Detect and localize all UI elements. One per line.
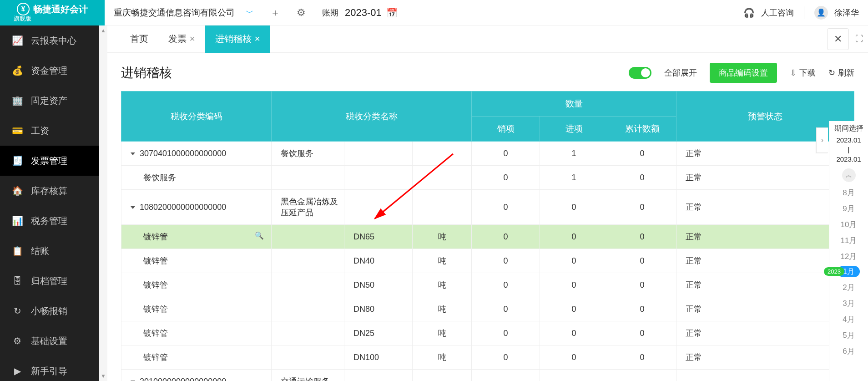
cell-sum: 0 <box>608 142 676 166</box>
period-from: 2023.01 <box>829 135 868 145</box>
th-code: 税收分类编码 <box>121 91 272 142</box>
sidebar-item-5[interactable]: 🏠库存核算 <box>0 176 99 206</box>
code-settings-button[interactable]: 商品编码设置 <box>710 63 777 83</box>
period-month[interactable]: 9月 <box>829 201 868 217</box>
username[interactable]: 徐泽华 <box>834 7 859 18</box>
table-row[interactable]: 镀锌管DN25吨000正常 <box>121 321 854 345</box>
fullscreen-icon[interactable]: ⛶ <box>853 34 866 44</box>
sidebar-item-label: 发票管理 <box>31 155 67 167</box>
sidebar-item-10[interactable]: ⚙基础设置 <box>0 326 99 356</box>
tab-close-icon[interactable]: ✕ <box>254 35 260 43</box>
period-month-label: 3月 <box>843 299 854 308</box>
tab-0[interactable]: 首页 <box>120 25 158 53</box>
cell-status: 正常 <box>676 273 854 297</box>
company-name[interactable]: 重庆畅捷交通信息咨询有限公司 <box>114 7 235 19</box>
cell-sum: 0 <box>608 190 676 225</box>
sidebar-item-7[interactable]: 📋结账 <box>0 236 99 266</box>
table-row[interactable]: 镀锌管DN40吨000正常 <box>121 249 854 273</box>
avatar-icon[interactable]: 👤 <box>814 6 828 20</box>
sidebar-item-1[interactable]: 💰资金管理 <box>0 56 99 86</box>
close-tab-button[interactable]: ✕ <box>827 28 849 50</box>
period-panel-collapse-icon[interactable]: › <box>816 127 828 153</box>
period-month[interactable]: 8月 <box>829 185 868 201</box>
support-link[interactable]: 人工咨询 <box>761 7 794 18</box>
period-month[interactable]: 6月 <box>829 343 868 359</box>
cell-sum: 0 <box>608 345 676 370</box>
scroll-down-icon[interactable]: ▼ <box>101 373 106 379</box>
cell-out: 0 <box>472 273 540 297</box>
cell-spec <box>344 190 413 225</box>
sidebar-item-0[interactable]: 📈云报表中心 <box>0 25 99 56</box>
cell-name: 黑色金属冶炼及压延产品 <box>272 190 344 225</box>
period-month[interactable]: 12月 <box>829 249 868 264</box>
cell-out <box>472 370 540 381</box>
cell-unit <box>413 142 472 166</box>
cell-spec <box>344 142 413 166</box>
settings-icon[interactable]: ⚙ <box>297 7 306 19</box>
add-icon[interactable]: ＋ <box>270 6 280 20</box>
period-month[interactable]: 4月 <box>829 311 868 327</box>
table-row[interactable]: 镀锌管DN50吨000正常 <box>121 273 854 297</box>
cell-sum: 0 <box>608 225 676 249</box>
sidebar-item-2[interactable]: 🏢固定资产 <box>0 86 99 116</box>
sidebar-scrollbar[interactable]: ▲ ▼ <box>99 25 107 381</box>
support-icon[interactable]: 🎧 <box>743 7 755 18</box>
period-month[interactable]: 3月 <box>829 295 868 311</box>
brand-edition: 旗舰版 <box>14 15 31 23</box>
tab-close-icon[interactable]: ✕ <box>189 35 195 43</box>
sidebar-item-4[interactable]: 🧾发票管理 <box>0 146 99 176</box>
tab-1[interactable]: 发票✕ <box>158 25 205 53</box>
period-month[interactable]: 5月 <box>829 327 868 343</box>
sidebar-item-label: 结账 <box>31 245 49 257</box>
period-month-label: 10月 <box>841 220 857 229</box>
cell-out: 0 <box>472 190 540 225</box>
sidebar-item-3[interactable]: 💳工资 <box>0 116 99 146</box>
sidebar-item-11[interactable]: ▶新手引导 <box>0 356 99 381</box>
table-wrapper: 税收分类编码 税收分类名称 数量 预警状态 销项 进项 累计数额 3070401… <box>121 91 854 381</box>
cell-spec: DN65 <box>344 225 413 249</box>
period-value[interactable]: 2023-01 <box>345 7 382 19</box>
cell-unit <box>413 190 472 225</box>
download-button[interactable]: ⇩ 下载 <box>790 67 816 78</box>
sidebar-item-icon: 💰 <box>12 65 23 76</box>
table-row[interactable]: 1080200000000000000黑色金属冶炼及压延产品000正常 <box>121 190 854 225</box>
table-row[interactable]: 3010000000000000000交通运输服务 <box>121 370 854 381</box>
expand-all-toggle[interactable] <box>629 67 651 79</box>
table-row[interactable]: 镀锌管🔍DN65吨000正常 <box>121 225 854 249</box>
period-month[interactable]: 2月 <box>829 279 868 295</box>
cell-code: 镀锌管 <box>121 321 272 345</box>
cell-out: 0 <box>472 166 540 190</box>
sidebar-item-label: 税务管理 <box>31 215 67 227</box>
cell-status: 正常 <box>676 225 854 249</box>
period-month[interactable]: 20231月 <box>829 264 868 279</box>
cell-status: 正常 <box>676 297 854 321</box>
company-dropdown-icon[interactable]: ﹀ <box>246 7 254 18</box>
table-row[interactable]: 3070401000000000000餐饮服务010正常 <box>121 142 854 166</box>
sidebar-item-8[interactable]: 🗄归档管理 <box>0 266 99 296</box>
cell-name <box>272 225 344 249</box>
table-row[interactable]: 镀锌管DN80吨000正常 <box>121 297 854 321</box>
cell-out: 0 <box>472 321 540 345</box>
tab-2[interactable]: 进销稽核✕ <box>205 25 270 53</box>
cell-out: 0 <box>472 249 540 273</box>
cell-in <box>540 370 608 381</box>
period-month[interactable]: 10月 <box>829 217 868 233</box>
scroll-up-icon[interactable]: ▲ <box>101 27 106 34</box>
calendar-icon[interactable]: 📅 <box>386 7 398 18</box>
tree-caret-icon[interactable] <box>131 206 135 209</box>
cell-spec: DN50 <box>344 273 413 297</box>
sidebar-item-9[interactable]: ↻小畅报销 <box>0 296 99 326</box>
sidebar-item-6[interactable]: 📊税务管理 <box>0 206 99 236</box>
cell-code: 1080200000000000000 <box>121 190 272 225</box>
refresh-button[interactable]: ↻ 刷新 <box>828 67 854 78</box>
sidebar-item-label: 库存核算 <box>31 185 67 197</box>
sidebar-item-label: 归档管理 <box>31 275 67 287</box>
tree-caret-icon[interactable] <box>131 152 135 155</box>
search-icon[interactable]: 🔍 <box>255 231 264 240</box>
table-row[interactable]: 餐饮服务010正常 <box>121 166 854 190</box>
period-scroll-up-icon[interactable]: ︽ <box>842 168 856 182</box>
sidebar-item-label: 工资 <box>31 125 49 137</box>
table-row[interactable]: 镀锌管DN100吨000正常 <box>121 345 854 370</box>
period-month[interactable]: 11月 <box>829 233 868 249</box>
cell-unit: 吨 <box>413 273 472 297</box>
